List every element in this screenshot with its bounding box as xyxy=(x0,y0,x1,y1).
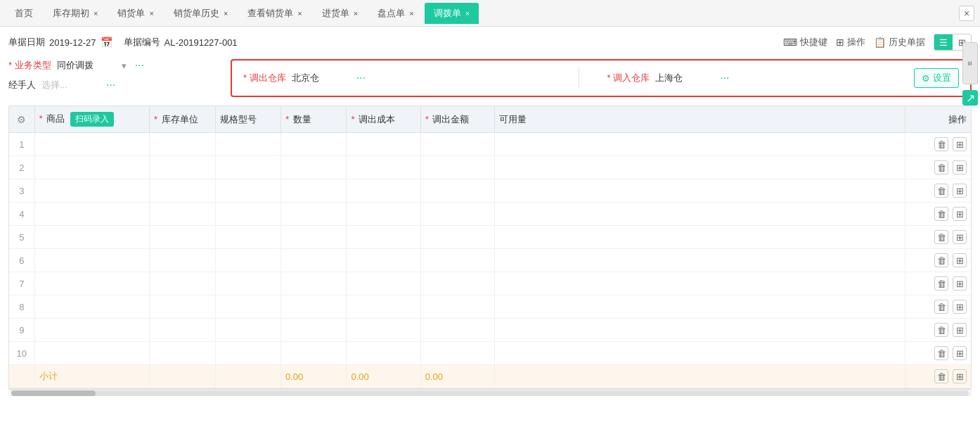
scrollbar-area[interactable] xyxy=(8,389,972,396)
actions-button[interactable]: ⊞ 操作 xyxy=(836,36,865,49)
cell-available[interactable] xyxy=(494,226,905,249)
cell-spec[interactable] xyxy=(215,133,281,156)
cell-goods[interactable] xyxy=(34,156,150,179)
shortcuts-button[interactable]: ⌨ 快捷键 xyxy=(783,36,827,49)
cell-qty[interactable] xyxy=(281,342,347,365)
column-settings-icon[interactable]: ⚙ xyxy=(17,114,26,125)
tab-close-purchase-order[interactable]: × xyxy=(354,9,358,18)
handler-placeholder[interactable]: 选择... xyxy=(41,79,98,91)
tab-inventory[interactable]: 盘点单 × xyxy=(368,3,423,24)
sidebar-export-button[interactable]: ↗ xyxy=(962,90,978,106)
cell-available[interactable] xyxy=(494,156,905,179)
tab-sales-order[interactable]: 销货单 × xyxy=(108,3,162,24)
cell-spec[interactable] xyxy=(215,203,281,226)
biz-type-more[interactable]: ··· xyxy=(135,59,144,72)
delete-icon[interactable]: 🗑 xyxy=(934,323,948,337)
cell-spec[interactable] xyxy=(215,179,281,203)
cell-goods[interactable] xyxy=(34,342,150,365)
cell-cost[interactable] xyxy=(347,133,420,156)
delete-icon[interactable]: 🗑 xyxy=(934,300,948,314)
tab-close-transfer[interactable]: × xyxy=(465,9,470,18)
tab-transfer[interactable]: 调拨单 × xyxy=(425,3,479,24)
delete-icon[interactable]: 🗑 xyxy=(934,276,948,291)
cell-spec[interactable] xyxy=(215,295,281,319)
cell-unit[interactable] xyxy=(150,272,215,295)
delete-icon[interactable]: 🗑 xyxy=(934,346,948,360)
cell-available[interactable] xyxy=(494,272,905,295)
cell-amount[interactable] xyxy=(420,249,494,272)
scroll-thumb[interactable] xyxy=(11,390,96,396)
cell-unit[interactable] xyxy=(150,342,215,365)
cell-unit[interactable] xyxy=(150,133,215,156)
calendar-icon[interactable]: 📅 xyxy=(101,37,112,48)
cell-unit[interactable] xyxy=(150,203,215,226)
cell-available[interactable] xyxy=(494,295,905,319)
cell-goods[interactable] xyxy=(34,203,150,226)
cell-spec[interactable] xyxy=(215,272,281,295)
cell-goods[interactable] xyxy=(34,272,150,295)
tab-close-sales-history[interactable]: × xyxy=(224,9,228,18)
cell-available[interactable] xyxy=(494,319,905,342)
tab-view-sales[interactable]: 查看销货单 × xyxy=(238,3,311,24)
cell-cost[interactable] xyxy=(347,226,420,249)
cell-unit[interactable] xyxy=(150,295,215,319)
delete-icon[interactable]: 🗑 xyxy=(934,184,948,198)
cell-available[interactable] xyxy=(494,203,905,226)
cell-amount[interactable] xyxy=(420,226,494,249)
cell-qty[interactable] xyxy=(281,272,347,295)
tab-close-sales-order[interactable]: × xyxy=(149,9,153,18)
cell-cost[interactable] xyxy=(347,342,420,365)
cell-cost[interactable] xyxy=(347,295,420,319)
cell-amount[interactable] xyxy=(420,342,494,365)
delete-icon[interactable]: 🗑 xyxy=(934,369,948,383)
history-button[interactable]: 📋 历史单据 xyxy=(874,36,925,49)
cell-unit[interactable] xyxy=(150,156,215,179)
cell-spec[interactable] xyxy=(215,342,281,365)
tab-inventory-init[interactable]: 库存期初 × xyxy=(44,3,107,24)
sidebar-list-button[interactable]: ≡ xyxy=(962,42,978,84)
cell-available[interactable] xyxy=(494,133,905,156)
cell-unit[interactable] xyxy=(150,249,215,272)
handler-more[interactable]: ··· xyxy=(106,79,115,91)
tab-sales-history[interactable]: 销货单历史 × xyxy=(165,3,237,24)
cell-cost[interactable] xyxy=(347,203,420,226)
cell-spec[interactable] xyxy=(215,249,281,272)
delete-icon[interactable]: 🗑 xyxy=(934,253,948,267)
tab-close-view-sales[interactable]: × xyxy=(297,9,302,18)
delete-icon[interactable]: 🗑 xyxy=(934,230,948,244)
cell-goods[interactable] xyxy=(34,249,150,272)
cell-amount[interactable] xyxy=(420,272,494,295)
tab-close-inventory[interactable]: × xyxy=(409,9,413,18)
cell-available[interactable] xyxy=(494,249,905,272)
cell-cost[interactable] xyxy=(347,249,420,272)
cell-goods[interactable] xyxy=(34,295,150,319)
out-warehouse-more[interactable]: ··· xyxy=(356,72,366,84)
tab-close-inventory-init[interactable]: × xyxy=(94,9,98,18)
cell-spec[interactable] xyxy=(215,319,281,342)
cell-qty[interactable] xyxy=(281,156,347,179)
cell-cost[interactable] xyxy=(347,319,420,342)
cell-unit[interactable] xyxy=(150,226,215,249)
delete-icon[interactable]: 🗑 xyxy=(934,160,948,174)
cell-qty[interactable] xyxy=(281,295,347,319)
delete-icon[interactable]: 🗑 xyxy=(934,137,948,151)
cell-goods[interactable] xyxy=(34,179,150,203)
delete-icon[interactable]: 🗑 xyxy=(934,207,948,221)
cell-cost[interactable] xyxy=(347,156,420,179)
cell-unit[interactable] xyxy=(150,179,215,203)
cell-goods[interactable] xyxy=(34,226,150,249)
cell-amount[interactable] xyxy=(420,295,494,319)
tab-home[interactable]: 首页 xyxy=(6,3,42,24)
list-view-button[interactable]: ☰ xyxy=(934,34,953,50)
cell-qty[interactable] xyxy=(281,226,347,249)
cell-spec[interactable] xyxy=(215,156,281,179)
settings-button[interactable]: ⚙ 设置 xyxy=(914,68,959,88)
cell-amount[interactable] xyxy=(420,179,494,203)
in-warehouse-more[interactable]: ··· xyxy=(720,72,729,84)
cell-goods[interactable] xyxy=(34,319,150,342)
cell-amount[interactable] xyxy=(420,203,494,226)
cell-cost[interactable] xyxy=(347,179,420,203)
cell-qty[interactable] xyxy=(281,133,347,156)
biz-type-dropdown[interactable]: ▾ xyxy=(122,60,127,71)
cell-goods[interactable] xyxy=(34,133,150,156)
